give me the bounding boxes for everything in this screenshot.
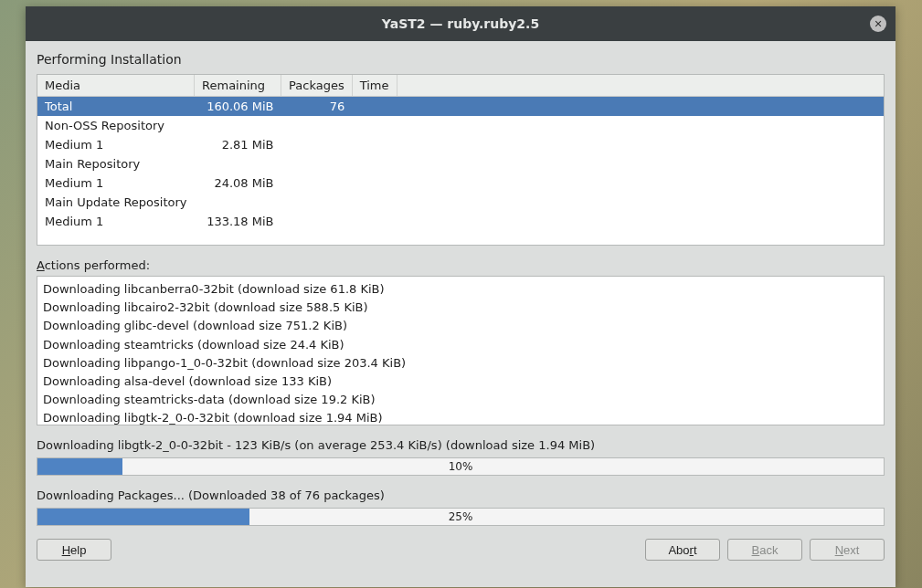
table-row[interactable]: Non-OSS Repository [37, 116, 884, 135]
list-item: Downloading steamtricks-data (download s… [43, 391, 878, 409]
table-row[interactable]: Main Update Repository [37, 193, 884, 212]
progress-bar-2: 25% [37, 508, 885, 526]
yast-window: YaST2 — ruby.ruby2.5 ✕ Performing Instal… [26, 6, 896, 587]
col-header-remaining[interactable]: Remaining [195, 75, 281, 97]
help-button[interactable]: Help [37, 539, 111, 561]
table-row[interactable]: Main Repository [37, 154, 884, 173]
table-row[interactable]: Medium 124.08 MiB [37, 173, 884, 193]
progress-label-2: 25% [37, 509, 884, 525]
progress-bar-1: 10% [37, 457, 885, 476]
progress-label-1: 10% [37, 458, 884, 475]
table-row[interactable]: Total160.06 MiB76 [37, 97, 884, 117]
list-item: Downloading libgtk-2_0-0-32bit (download… [43, 409, 878, 425]
col-header-packages[interactable]: Packages [281, 75, 353, 97]
table-header-row: Media Remaining Packages Time [37, 75, 884, 97]
table-row[interactable]: Medium 1133.18 MiB [37, 212, 884, 231]
list-item: Downloading libpango-1_0-0-32bit (downlo… [43, 354, 878, 373]
button-row: Help Abort Back Next [37, 539, 885, 561]
download-status-1: Downloading libgtk-2_0-0-32bit - 123 KiB… [37, 438, 885, 452]
list-item: Downloading libcairo2-32bit (download si… [43, 299, 878, 317]
col-header-media[interactable]: Media [37, 75, 195, 97]
close-icon[interactable]: ✕ [870, 16, 886, 32]
titlebar: YaST2 — ruby.ruby2.5 ✕ [26, 6, 896, 41]
next-button: Next [810, 539, 885, 561]
window-title: YaST2 — ruby.ruby2.5 [382, 16, 539, 31]
download-status-2: Downloading Packages... (Downloaded 38 o… [37, 488, 885, 502]
page-title: Performing Installation [37, 52, 885, 67]
media-table[interactable]: Media Remaining Packages Time Total160.0… [37, 74, 885, 246]
table-row[interactable]: Medium 12.81 MiB [37, 135, 884, 154]
col-header-time[interactable]: Time [352, 75, 397, 97]
list-item: Downloading steamtricks (download size 2… [43, 336, 878, 354]
content-area: Performing Installation Media Remaining … [26, 41, 896, 587]
list-item: Downloading alsa-devel (download size 13… [43, 373, 878, 391]
list-item: Downloading glibc-devel (download size 7… [43, 317, 878, 335]
list-item: Downloading libcanberra0-32bit (download… [43, 280, 878, 299]
abort-button[interactable]: Abort [645, 539, 720, 561]
actions-label: Actions performed: [37, 258, 885, 272]
back-button: Back [727, 539, 802, 561]
col-header-blank [397, 75, 884, 97]
actions-log[interactable]: Downloading libcanberra0-32bit (download… [37, 276, 885, 425]
